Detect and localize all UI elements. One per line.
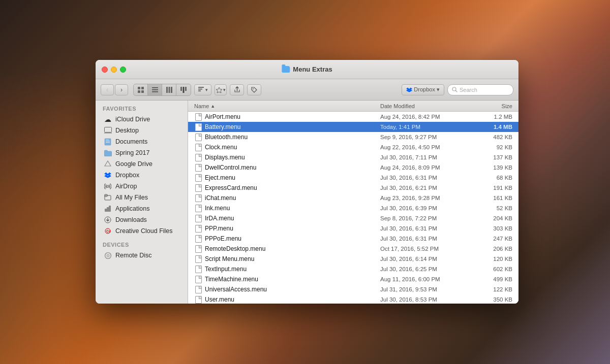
table-row[interactable]: TextInput.menu Jul 30, 2016, 6:25 PM 602… [188, 264, 518, 274]
svg-text:Cc: Cc [106, 229, 111, 233]
tag-button[interactable] [247, 84, 261, 95]
table-row[interactable]: RemoteDesktop.menu Oct 17, 2016, 5:52 PM… [188, 244, 518, 254]
svg-rect-4 [152, 87, 158, 88]
name-column-header[interactable]: Name ▲ [194, 103, 380, 109]
sidebar-label: iCloud Drive [115, 116, 150, 123]
dropbox-button[interactable]: Dropbox ▾ [402, 84, 444, 95]
file-icon [194, 235, 202, 243]
file-name: Eject.menu [205, 174, 380, 181]
documents-icon [104, 138, 112, 146]
file-name: User.menu [205, 296, 380, 303]
svg-rect-22 [106, 140, 109, 140]
sidebar-item-applications[interactable]: Applications [97, 203, 187, 214]
sidebar-label: Downloads [115, 216, 147, 223]
table-row[interactable]: iChat.menu Aug 23, 2016, 9:28 PM 161 KB [188, 193, 518, 203]
arrange-button[interactable]: ▾ [194, 84, 211, 95]
table-row[interactable]: TimeMachine.menu Aug 11, 2016, 6:00 PM 4… [188, 274, 518, 284]
sidebar-label: Documents [115, 138, 147, 145]
svg-rect-12 [185, 87, 187, 91]
file-icon [194, 194, 202, 202]
sidebar-item-all-my-files[interactable]: All My Files [97, 192, 187, 203]
sidebar-item-dropbox[interactable]: Dropbox [97, 170, 187, 181]
sidebar-item-spring-2017[interactable]: Spring 2017 [97, 147, 187, 158]
sidebar-item-remote-disc[interactable]: Remote Disc [97, 250, 187, 261]
file-icon [194, 295, 202, 304]
table-row[interactable]: DwellControl.menu Aug 24, 2016, 8:09 PM … [188, 162, 518, 173]
file-icon [194, 204, 202, 212]
creative-cloud-icon: Cc [104, 227, 112, 235]
file-size: 602 KB [472, 266, 512, 272]
table-row[interactable]: Battery.menu Today, 1:41 PM 1.4 MB [188, 122, 518, 132]
sidebar-label: Desktop [115, 127, 139, 134]
table-row[interactable]: Clock.menu Aug 22, 2016, 4:50 PM 92 KB [188, 142, 518, 152]
table-row[interactable]: IrDA.menu Sep 8, 2016, 7:22 PM 204 KB [188, 213, 518, 223]
sidebar-item-google-drive[interactable]: Google Drive [97, 158, 187, 170]
minimize-button[interactable] [111, 67, 117, 73]
action-button[interactable]: ▾ [215, 84, 227, 95]
svg-rect-1 [141, 87, 144, 89]
svg-rect-23 [106, 141, 110, 141]
file-date: Jul 30, 2016, 6:14 PM [380, 256, 472, 262]
size-column-header[interactable]: Size [472, 103, 512, 109]
maximize-button[interactable] [120, 67, 126, 73]
file-icon [194, 255, 202, 263]
table-row[interactable]: Bluetooth.menu Sep 9, 2016, 9:27 PM 482 … [188, 132, 518, 142]
sidebar-label: Dropbox [115, 172, 139, 179]
sidebar-item-documents[interactable]: Documents [97, 136, 187, 147]
file-size: 191 KB [472, 185, 512, 191]
file-icon [194, 184, 202, 192]
table-row[interactable]: PPP.menu Jul 30, 2016, 6:31 PM 303 KB [188, 223, 518, 234]
nav-buttons: ‹ › [101, 84, 128, 95]
svg-rect-26 [105, 195, 111, 200]
list-view-button[interactable] [148, 84, 162, 95]
file-date: Aug 23, 2016, 9:28 PM [380, 195, 472, 201]
table-row[interactable]: PPPoE.menu Jul 30, 2016, 6:31 PM 247 KB [188, 234, 518, 244]
file-date: Sep 8, 2016, 7:22 PM [380, 215, 472, 221]
table-row[interactable]: Displays.menu Jul 30, 2016, 7:11 PM 137 … [188, 152, 518, 162]
table-row[interactable]: Script Menu.menu Jul 30, 2016, 6:14 PM 1… [188, 254, 518, 264]
table-row[interactable]: Ink.menu Jul 30, 2016, 6:39 PM 52 KB [188, 203, 518, 213]
share-button[interactable] [230, 84, 244, 95]
svg-point-16 [253, 88, 254, 89]
file-date: Jul 30, 2016, 6:21 PM [380, 185, 472, 191]
table-row[interactable]: Eject.menu Jul 30, 2016, 6:31 PM 68 KB [188, 173, 518, 183]
cover-flow-button[interactable] [176, 84, 191, 95]
date-column-header[interactable]: Date Modified [380, 103, 472, 109]
sidebar-item-airdrop[interactable]: AirDrop [97, 181, 187, 192]
column-view-button[interactable] [162, 84, 176, 95]
file-name: Clock.menu [205, 144, 380, 151]
file-icon [194, 113, 202, 121]
file-date: Aug 24, 2016, 8:09 PM [380, 164, 472, 171]
forward-button[interactable]: › [115, 84, 128, 95]
traffic-lights [102, 67, 126, 73]
sort-arrow: ▲ [210, 104, 215, 109]
sidebar-item-icloud-drive[interactable]: ☁ iCloud Drive [97, 114, 187, 125]
file-icon [194, 123, 202, 131]
search-box[interactable]: Search [447, 84, 513, 95]
view-buttons [133, 84, 191, 96]
table-row[interactable]: User.menu Jul 30, 2016, 8:53 PM 350 KB [188, 294, 518, 304]
file-name: Ink.menu [205, 205, 380, 212]
svg-line-18 [456, 91, 458, 92]
icon-view-button[interactable] [134, 84, 148, 95]
table-row[interactable]: UniversalAccess.menu Jul 31, 2016, 9:53 … [188, 284, 518, 294]
svg-rect-21 [105, 139, 111, 145]
table-row[interactable]: ExpressCard.menu Jul 30, 2016, 6:21 PM 1… [188, 183, 518, 193]
table-row[interactable]: AirPort.menu Aug 24, 2016, 8:42 PM 1.2 M… [188, 112, 518, 122]
back-button[interactable]: ‹ [101, 84, 114, 95]
file-size: 137 KB [472, 154, 512, 160]
file-name: PPPoE.menu [205, 235, 380, 242]
svg-rect-8 [168, 87, 170, 93]
sidebar-item-desktop[interactable]: Desktop [97, 125, 187, 136]
sidebar-item-creative-cloud[interactable]: Cc Creative Cloud Files [97, 225, 187, 237]
file-date: Jul 30, 2016, 6:39 PM [380, 205, 472, 211]
close-button[interactable] [102, 67, 108, 73]
file-size: 139 KB [472, 164, 512, 171]
file-name: RemoteDesktop.menu [205, 245, 380, 252]
sidebar-item-downloads[interactable]: Downloads [97, 214, 187, 225]
svg-rect-14 [198, 89, 202, 90]
search-placeholder: Search [460, 87, 477, 93]
file-size: 52 KB [472, 205, 512, 211]
file-name: IrDA.menu [205, 215, 380, 222]
file-date: Aug 11, 2016, 6:00 PM [380, 276, 472, 282]
